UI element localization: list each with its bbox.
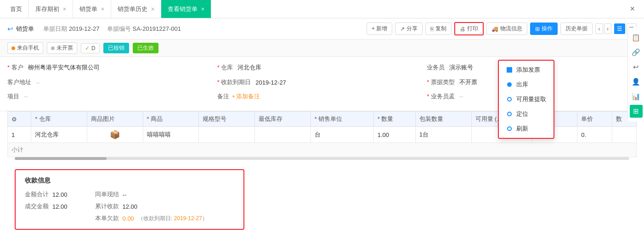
note-label: 备注 <box>217 92 229 101</box>
doc-number-value: SA-20191227-001 <box>133 25 181 32</box>
outbound-icon <box>506 81 513 88</box>
sub-action-row: 来自手机 未开票 ✓ D 已核销 已生效 <box>0 40 644 57</box>
right-sidebar: 📋 🔗 ↩ 👤 📊 ⊞ <box>627 28 644 121</box>
customer-label: 客户 <box>7 63 23 72</box>
total-value: 12.00 <box>52 191 68 198</box>
tab-sales[interactable]: 销货单 × <box>73 0 111 18</box>
cell-no: 1 <box>8 127 31 143</box>
menu-refresh[interactable]: 刷新 <box>499 121 554 136</box>
share-button[interactable]: ↗ 分享 <box>395 23 423 35</box>
customer-field: 客户 柳州粤港平安气体有限公司 <box>7 63 217 73</box>
sidebar-icon-1[interactable]: 📋 <box>630 31 643 44</box>
scroll-thumb[interactable] <box>15 157 107 160</box>
confirm-button[interactable]: ✓ D <box>81 43 100 53</box>
tab-home[interactable]: 首页 <box>4 0 29 18</box>
col-warehouse: * 仓库 <box>31 112 87 127</box>
add-invoice-icon <box>506 67 513 73</box>
cell-warehouse: 河北仓库 <box>31 127 87 143</box>
ticket-value: 不开票 <box>458 77 494 87</box>
tab-inventory[interactable]: 库存期初 × <box>29 0 73 18</box>
window-close-button[interactable]: × <box>624 4 640 14</box>
col-settings[interactable]: ⚙ <box>8 112 31 127</box>
add-note-button[interactable]: 添加备注 <box>232 92 260 101</box>
subtotal-row: 小计 <box>8 143 637 157</box>
outbound-label: 出库 <box>516 80 528 89</box>
col-product: * 商品 <box>143 112 199 127</box>
cell-spec <box>199 127 255 143</box>
sidebar-icon-5[interactable]: 📊 <box>630 90 643 103</box>
col-min-stock: 最低库存 <box>254 112 311 127</box>
sidebar-icon-expand[interactable]: ⊞ <box>630 105 643 118</box>
from-phone-button[interactable]: 来自手机 <box>7 42 43 54</box>
tab-view-sales[interactable]: 查看销货单 × <box>161 0 211 18</box>
received-value: 12.00 <box>123 203 138 210</box>
action-bar: + 新增 ↗ 分享 ⎘ 复制 🖨 打印 🚚 物流信息 ⊞ 操作 历 <box>367 22 637 35</box>
due-date-label: 收款到期日 <box>217 78 251 86</box>
warehouse-label: 仓库 <box>217 63 233 72</box>
product-image: 📦 <box>110 130 120 139</box>
table-scrollbar[interactable] <box>15 157 629 160</box>
print-icon: 🖨 <box>460 26 465 32</box>
sidebar-icon-4[interactable]: 👤 <box>630 75 643 88</box>
staff-label: 业务员 <box>427 63 445 72</box>
operate-button[interactable]: ⊞ 操作 <box>530 23 558 35</box>
phone-dot-icon <box>11 46 15 50</box>
project-label: 项目 <box>7 92 19 101</box>
menu-add-invoice[interactable]: 添加发票 <box>499 63 554 77</box>
available-take-label: 可用量提取 <box>516 95 546 103</box>
sidebar-icon-2[interactable]: 🔗 <box>630 46 643 59</box>
history-button[interactable]: 历史单据 <box>560 23 593 35</box>
doc-type-label: 销货单 <box>16 25 34 33</box>
project-field: 项目 -- <box>7 92 217 101</box>
deal-label: 成交金额 <box>25 202 49 211</box>
deal-value: 12.00 <box>52 203 68 210</box>
print-button[interactable]: 🖨 打印 <box>454 22 484 35</box>
payment-title: 收款信息 <box>25 177 234 185</box>
doc-number-field: 单据编号 SA-20191227-001 <box>107 25 181 33</box>
col-quantity: * 数量 <box>373 112 415 127</box>
menu-locate[interactable]: 定位 <box>499 107 554 121</box>
new-button[interactable]: + 新增 <box>367 23 392 35</box>
list-view-button[interactable]: ☰ <box>614 23 625 34</box>
warehouse-value: 河北仓库 <box>236 63 272 73</box>
owed-value: 0.00 <box>123 215 134 222</box>
next-button[interactable]: › <box>604 23 611 34</box>
copy-button[interactable]: ⎘ 复制 <box>425 23 452 35</box>
doc-date-label: 单据日期 <box>43 25 67 33</box>
address-field: 客户地址 -- <box>7 78 217 87</box>
salesperson-value: -- <box>458 92 494 101</box>
locate-icon <box>506 111 513 117</box>
tab-sales-history[interactable]: 销货单历史 × <box>111 0 161 18</box>
voided-badge: 已核销 <box>103 43 129 53</box>
prev-button[interactable]: ‹ <box>595 23 603 34</box>
doc-date-value: 2019-12-27 <box>69 25 100 32</box>
nav-arrows: ‹ › <box>595 23 611 34</box>
effective-badge: 已生效 <box>133 43 158 53</box>
col-unit: * 销售单位 <box>311 112 373 127</box>
logistics-icon: 🚚 <box>491 26 498 32</box>
add-invoice-label: 添加发票 <box>516 66 540 74</box>
refresh-label: 刷新 <box>516 125 528 133</box>
note-field: 备注 添加备注 <box>217 92 427 101</box>
owed-hint: （收款到期日: 2019-12-27） <box>138 215 208 222</box>
payment-deal: 成交金额 12.00 <box>25 202 68 211</box>
logistics-button[interactable]: 🚚 物流信息 <box>486 23 527 35</box>
col-image: 商品图片 <box>87 112 143 127</box>
close-tab-sales-history[interactable]: × <box>151 6 154 12</box>
close-tab-view-sales[interactable]: × <box>201 6 204 12</box>
close-tab-inventory[interactable]: × <box>63 6 66 12</box>
cell-unit: 台 <box>311 127 373 143</box>
payment-col-right: 同单现结 -- 累计收款 12.00 本单欠款 0.00 （收款到期日: 201… <box>95 190 208 222</box>
menu-available-take[interactable]: 可用量提取 <box>499 92 554 107</box>
refresh-icon <box>506 125 513 132</box>
doc-meta: 单据日期 2019-12-27 单据编号 SA-20191227-001 <box>43 25 181 33</box>
sidebar-icon-3[interactable]: ↩ <box>630 61 643 74</box>
close-tab-sales[interactable]: × <box>101 6 104 12</box>
doc-title: ↩ 销货单 <box>7 25 34 33</box>
payment-owed: 本单欠款 0.00 （收款到期日: 2019-12-27） <box>95 214 208 222</box>
menu-outbound[interactable]: 出库 <box>499 77 554 92</box>
locate-label: 定位 <box>516 110 528 118</box>
not-open-button[interactable]: 未开票 <box>47 42 77 54</box>
cell-product: 嘻嘻嘻嘻 <box>143 127 199 143</box>
dropdown-menu: 添加发票 出库 可用量提取 定位 刷新 <box>498 60 554 139</box>
